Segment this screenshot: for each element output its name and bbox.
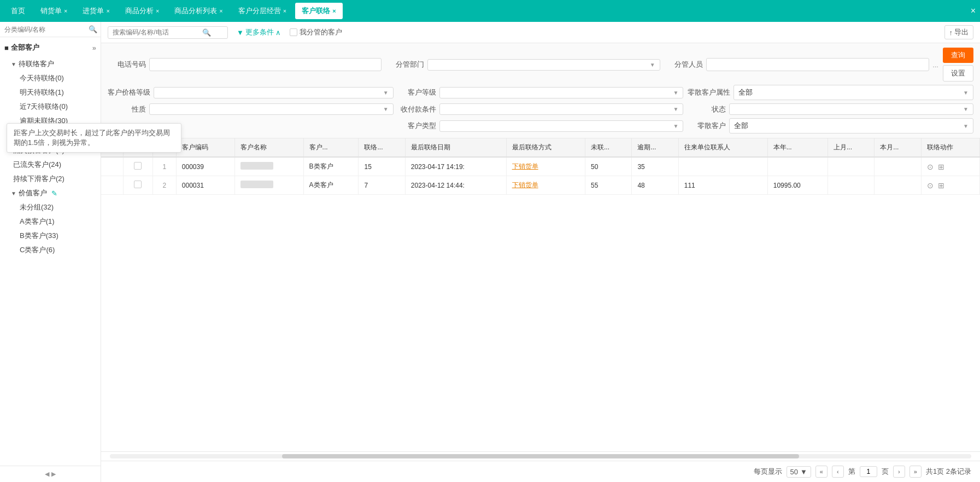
row-1-checkbox[interactable] [134,162,142,170]
page-unit: 页 [882,467,889,477]
my-customers-filter[interactable]: 我分管的客户 [290,27,342,37]
per-page-select[interactable]: 50 ▼ [787,466,811,478]
nav-close-customer-contact[interactable]: × [332,8,336,14]
th-name: 客户名称 [234,138,303,157]
sidebar-item-ungroup[interactable]: 未分组(32) [15,200,101,214]
settings-button[interactable]: 设置 [943,65,973,82]
filter-search-input[interactable] [113,28,200,36]
sidebar-all-customers[interactable]: ■ 全部客户 » [0,39,101,56]
row-2-checkbox[interactable] [134,181,142,188]
filter-status-select[interactable]: ▼ [729,103,973,115]
filter-actions: 查询 设置 [943,48,973,82]
export-label: 导出 [954,27,969,37]
filter-manager-input[interactable] [706,58,929,71]
prev-page-btn[interactable]: ‹ [832,466,844,478]
pagination-bar: 每页显示 50 ▼ « ‹ 第 页 › » 共1页 2条记录 [101,461,980,482]
action-grid-icon-1[interactable]: ⊞ [938,162,944,171]
filter-payment-select[interactable]: ▼ [439,103,684,115]
nav-item-sales[interactable]: 销货单 × [34,3,74,19]
nav-item-purchase[interactable]: 进货单 × [76,3,116,19]
sidebar-item-class-c[interactable]: C类客户(6) [15,243,101,257]
filter-nature-caret: ▼ [383,106,389,112]
nav-item-analysis-list[interactable]: 商品分析列表 × [168,3,229,19]
last-page-btn[interactable]: » [909,466,922,478]
filter-retail-attr-select[interactable]: 全部 ▼ [733,85,973,100]
window-close-button[interactable]: × [971,6,976,16]
edit-value-icon[interactable]: ✎ [51,189,57,198]
filter-field-nature: 性质 ▼ [108,103,394,115]
td-contacts-2: 111 [678,176,767,195]
action-link-icon-1[interactable]: ⊙ [927,162,934,171]
td-last-method-1[interactable]: 下销货单 [506,157,585,176]
nav-item-customer-contact[interactable]: 客户联络 × [295,3,342,19]
export-button[interactable]: ↑ 导出 [944,25,974,39]
sidebar-item-tomorrow[interactable]: 明天待联络(1) [15,85,101,100]
filter-phone-input[interactable] [149,58,382,71]
sidebar-pending-group: ▼ 待联络客户 今天待联络(0) 明天待联络(1) 近7天待联络(0) 逾期未联… [7,57,101,128]
action-link-icon-2[interactable]: ⊙ [927,181,934,190]
td-last-method-2[interactable]: 下销货单 [506,176,585,195]
horizontal-scrollbar[interactable] [101,451,980,461]
page-number-input[interactable] [860,466,877,477]
sidebar-item-class-a[interactable]: A类客户(1) [15,214,101,229]
th-last-method: 最后联络方式 [506,138,585,157]
filter-field-manager: 分管人员 ... [665,58,938,71]
sidebar-item-today[interactable]: 今天待联络(0) [15,71,101,85]
nav-close-analysis-list[interactable]: × [219,8,222,14]
filter-nature-select[interactable]: ▼ [149,103,394,115]
filter-grade-select[interactable]: ▼ [439,87,684,98]
sidebar-item-7days[interactable]: 近7天待联络(0) [15,100,101,114]
query-button[interactable]: 查询 [943,48,973,63]
td-cb-2 [123,176,152,195]
filter-price-level-select[interactable]: ▼ [154,87,394,98]
my-customers-checkbox[interactable] [290,28,297,36]
td-unread-2: 55 [585,176,632,195]
sidebar-item-declining[interactable]: 持续下滑客户(2) [9,172,101,186]
sidebar: 🔍 ■ 全部客户 » ▼ 待联络客户 今天待联络(0) 明天待联络(1) 近7天… [0,22,101,482]
nav-label-customer-mgmt: 客户分层经营 [238,6,281,16]
sidebar-item-lost[interactable]: 已流失客户(24) [9,158,101,172]
scrollbar-thumb[interactable] [282,454,799,458]
nav-item-analysis[interactable]: 商品分析 × [119,3,166,19]
content-area: 🔍 ▼ 更多条件 ∧ 我分管的客户 ↑ 导出 电话号码 [101,22,980,482]
filter-dept-select[interactable]: ▼ [427,59,660,71]
nav-label-home: 首页 [11,6,25,16]
filter-cust-type-select[interactable]: ▼ [439,120,684,132]
filter-search-box: 🔍 [108,26,228,39]
sidebar-pending-items: 今天待联络(0) 明天待联络(1) 近7天待联络(0) 逾期未联络(30) [7,71,101,128]
sidebar-bottom: ◀ ▶ [0,466,101,482]
action-grid-icon-2[interactable]: ⊞ [938,181,944,190]
filter-retail-cust-val: 全部 [734,121,748,131]
nav-close-purchase[interactable]: × [106,8,109,14]
nav-close-analysis[interactable]: × [156,8,159,14]
filter-more-btn[interactable]: ▼ 更多条件 ∧ [232,26,285,39]
filter-search-icon[interactable]: 🔍 [202,28,211,37]
filter-caret: ∧ [275,28,281,37]
next-page-btn[interactable]: › [893,466,905,478]
filter-more-label: 更多条件 [245,27,274,37]
td-unread-1: 50 [585,157,632,176]
filter-manager-dots[interactable]: ... [932,61,938,69]
sidebar-search-icon[interactable]: 🔍 [89,25,97,33]
filter-icon: ▼ [237,28,244,37]
nav-close-sales[interactable]: × [64,8,67,14]
th-unread: 未联... [585,138,632,157]
nav-item-customer-mgmt[interactable]: 客户分层经营 × [232,3,293,19]
filter-field-dept: 分管部门 ▼ [386,59,660,71]
nav-close-customer-mgmt[interactable]: × [283,8,286,14]
nav-item-home[interactable]: 首页 [4,3,32,19]
sidebar-search-input[interactable] [4,26,86,33]
td-overdue-2: 48 [632,176,678,195]
sidebar-value-group-header[interactable]: ▼ 价值客户 ✎ [7,186,101,200]
filter-retail-cust-select[interactable]: 全部 ▼ [729,118,973,133]
nav-label-analysis: 商品分析 [125,6,154,16]
filter-field-cust-type: 客户类型 ▼ [398,120,684,132]
td-num-1: 1 [152,157,176,176]
first-page-btn[interactable]: « [815,466,828,478]
td-this-month-2 [875,176,921,195]
sidebar-item-class-b[interactable]: B类客户(33) [15,229,101,243]
name-blur-2 [240,181,273,188]
sidebar-pending-header[interactable]: ▼ 待联络客户 [7,57,101,71]
sidebar-collapse-icon: » [92,44,96,52]
top-nav: 首页 销货单 × 进货单 × 商品分析 × 商品分析列表 × 客户分层经营 × … [0,0,980,22]
